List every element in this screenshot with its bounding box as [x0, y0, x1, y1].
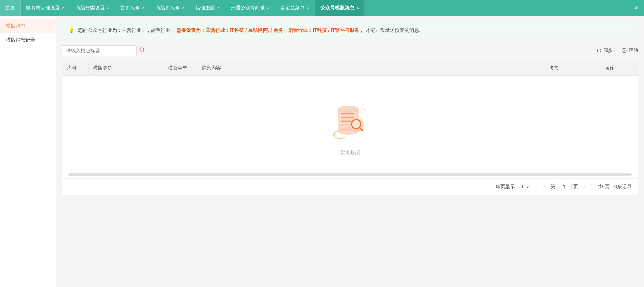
divider: |	[617, 48, 618, 54]
sync-button[interactable]: 同步	[597, 47, 613, 54]
sync-icon	[597, 48, 602, 53]
nav-tab-home-label: 首页	[5, 4, 15, 11]
search-button[interactable]	[139, 47, 145, 54]
close-all-icon: ✕	[634, 4, 639, 12]
th-content-label: 消息内容	[201, 65, 221, 71]
close-product-icon[interactable]: ×	[182, 6, 185, 10]
help-label: 帮助	[628, 47, 638, 54]
page-size-value: 50	[519, 184, 524, 189]
sidebar-item-template-msg[interactable]: 模版消息	[0, 19, 56, 33]
th-action: 操作	[600, 61, 638, 75]
help-button[interactable]: ? 帮助	[622, 47, 638, 54]
last-page-button[interactable]: ⟩	[589, 183, 594, 190]
notice-text-before: 您的公众号行业为：主营行业：，副营行业：	[78, 27, 175, 33]
nav-tab-shop-theme-label: 店铺主题	[195, 4, 215, 11]
main-layout: 模版消息 模版消息记录 💡 您的公众号行业为：主营行业：，副营行业： 需要设置为…	[0, 16, 644, 287]
first-page-button[interactable]: ⟨	[534, 183, 539, 190]
th-type-label: 模版类型	[168, 65, 187, 71]
nav-tab-homepage-decorate[interactable]: 首页装修 ×	[115, 0, 150, 16]
page-size-select: 每页显示 50 ∨	[496, 183, 531, 190]
page-navigation: ⟨ ＜ 第 页 ＞ ⟩	[534, 183, 594, 191]
notice-text-after: 才能正常发送预置的消息。	[366, 27, 424, 33]
prev-page-button[interactable]: ＜	[541, 183, 549, 191]
sidebar-item-template-msg-record-label: 模版消息记录	[6, 37, 35, 43]
svg-text:?: ?	[623, 49, 625, 53]
page-label-after: 页	[573, 183, 578, 190]
svg-line-1	[143, 51, 145, 52]
scrollbar-track[interactable]	[68, 173, 632, 176]
close-category-icon[interactable]: ×	[107, 6, 110, 10]
th-seq-label: 序号	[67, 65, 77, 71]
data-table: 序号 模版名称 模版类型 消息内容 状态 操作	[62, 61, 638, 195]
search-left	[62, 45, 145, 56]
help-icon: ?	[622, 48, 627, 53]
nav-tab-category-settings[interactable]: 商品分类设置 ×	[70, 0, 115, 16]
sidebar-item-template-msg-record[interactable]: 模版消息记录	[0, 33, 56, 47]
nav-tab-open-mall[interactable]: 开通公众号商城 ×	[225, 0, 275, 16]
close-template-msg-icon[interactable]: ×	[357, 6, 359, 10]
next-page-button[interactable]: ＞	[580, 183, 588, 191]
th-action-label: 操作	[605, 65, 614, 71]
page-label-before: 第	[551, 183, 555, 190]
table-header: 序号 模版名称 模版类型 消息内容 状态 操作	[62, 61, 638, 76]
nav-tab-custom-menu[interactable]: 自定义菜单 ×	[275, 0, 315, 16]
search-input[interactable]	[62, 45, 137, 56]
horizontal-scrollbar[interactable]	[62, 171, 638, 178]
nav-tab-open-mall-label: 开通公众号商城	[231, 4, 265, 11]
close-open-mall-icon[interactable]: ×	[267, 6, 269, 10]
nav-tab-shop-settings-label: 微商城店铺设置	[26, 4, 60, 11]
notice-icon: 💡	[68, 27, 74, 33]
search-right: 同步 | ? 帮助	[597, 47, 638, 54]
nav-tab-product-label: 商品页装修	[155, 4, 180, 11]
sidebar-item-template-msg-label: 模版消息	[6, 23, 25, 28]
nav-tab-shop-settings[interactable]: 微商城店铺设置 ×	[21, 0, 70, 16]
nav-tab-template-msg-label: 公众号模版消息	[320, 4, 354, 11]
empty-illustration	[328, 98, 373, 143]
pagination: 每页显示 50 ∨ ⟨ ＜ 第 页 ＞ ⟩ 共0页，0条记录	[62, 178, 638, 195]
empty-state: 暂无数据	[62, 76, 638, 171]
sync-label: 同步	[603, 47, 613, 54]
nav-tab-template-msg[interactable]: 公众号模版消息 ×	[315, 0, 365, 16]
nav-tab-product-decorate[interactable]: 商品页装修 ×	[150, 0, 190, 16]
th-seq: 序号	[62, 61, 89, 75]
empty-text: 暂无数据	[341, 149, 360, 156]
th-status: 状态	[544, 61, 600, 75]
notice-highlight-text: 需要设置为：主营行业：IT科技 / 互联网|电子商务，副营行业：IT科技 / I…	[176, 27, 364, 33]
th-type: 模版类型	[163, 61, 197, 75]
th-content: 消息内容	[197, 61, 544, 75]
chevron-down-icon: ∨	[526, 184, 529, 189]
svg-point-16	[363, 104, 364, 106]
close-shop-theme-icon[interactable]: ×	[217, 6, 220, 10]
nav-tab-home[interactable]: 首页	[0, 0, 21, 16]
per-page-label: 每页显示	[496, 183, 515, 190]
notice-box: 💡 您的公众号行业为：主营行业：，副营行业： 需要设置为：主营行业：IT科技 /…	[62, 22, 638, 39]
close-shop-settings-icon[interactable]: ×	[62, 6, 65, 10]
sidebar: 模版消息 模版消息记录	[0, 16, 56, 287]
th-name-label: 模版名称	[93, 65, 113, 71]
nav-tab-shop-theme[interactable]: 店铺主题 ×	[190, 0, 225, 16]
nav-tab-category-label: 商品分类设置	[76, 4, 105, 11]
top-navigation: 首页 微商城店铺设置 × 商品分类设置 × 首页装修 × 商品页装修 × 店铺主…	[0, 0, 644, 16]
search-icon	[139, 47, 145, 53]
th-status-label: 状态	[549, 65, 558, 71]
svg-point-14	[364, 108, 366, 110]
page-number-input[interactable]	[557, 183, 572, 190]
th-name: 模版名称	[89, 61, 163, 75]
nav-tab-homepage-label: 首页装修	[120, 4, 140, 11]
search-bar: 同步 | ? 帮助	[62, 45, 638, 56]
close-custom-menu-icon[interactable]: ×	[307, 6, 309, 10]
close-homepage-icon[interactable]: ×	[142, 6, 145, 10]
nav-tab-custom-menu-label: 自定义菜单	[280, 4, 305, 11]
svg-point-15	[368, 114, 370, 116]
total-info: 共0页，0条记录	[597, 183, 632, 190]
page-size-dropdown[interactable]: 50 ∨	[517, 183, 531, 190]
content-area: 💡 您的公众号行业为：主营行业：，副营行业： 需要设置为：主营行业：IT科技 /…	[56, 16, 644, 287]
close-all-tabs-button[interactable]: ✕	[629, 0, 644, 16]
